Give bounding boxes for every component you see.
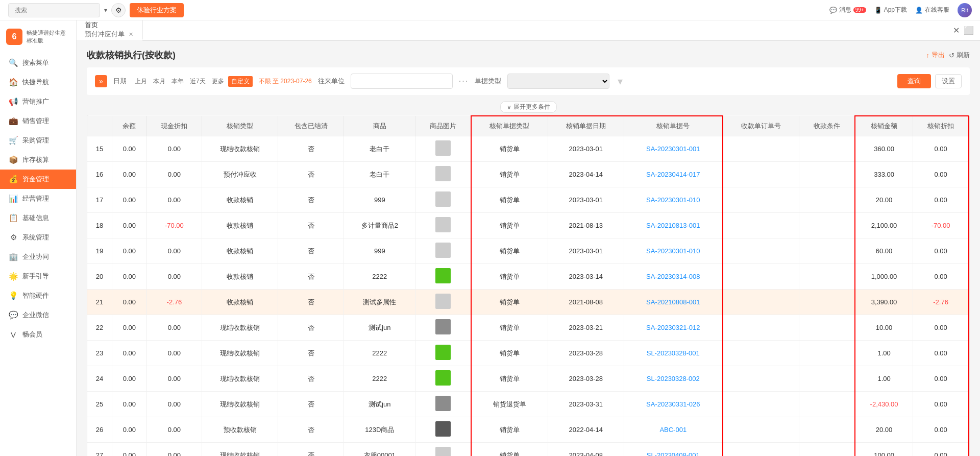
custom-date-button[interactable]: 自定义 — [228, 76, 253, 87]
app-download-button[interactable]: 📱 App下载 — [874, 6, 907, 14]
sidebar-item-sales[interactable]: 💼销售管理 — [0, 111, 76, 131]
filter-expand-button[interactable]: » — [95, 75, 107, 87]
voucher-link[interactable]: SA-20230314-008 — [646, 273, 700, 280]
sidebar-label-finance: 资金管理 — [22, 175, 49, 184]
cell-10-9[interactable]: SA-20230331-026 — [624, 392, 722, 417]
source-unit-input[interactable] — [351, 74, 453, 89]
main-content: 首页预付冲应付单✕收款核销执行✕ ✕ ⬜ 收款核销执行(按收款) ↑ 导出 ↺ … — [77, 20, 980, 456]
cell-12-0: 27 — [87, 443, 112, 457]
online-service-button[interactable]: 👤 在线客服 — [915, 6, 949, 14]
col-header-11: 收款条件 — [799, 116, 855, 136]
sidebar-item-quick[interactable]: 🏠快捷导航 — [0, 73, 76, 92]
search-button[interactable]: 查询 — [897, 74, 931, 88]
cell-5-5: 2222 — [344, 264, 415, 290]
sidebar-item-purchase[interactable]: 🛒采购管理 — [0, 131, 76, 150]
tab-home[interactable]: 首页 — [77, 20, 143, 30]
cell-2-3: 收款核销 — [202, 187, 278, 213]
sidebar-item-inventory[interactable]: 📦库存核算 — [0, 150, 76, 170]
voucher-link[interactable]: SA-20230301-001 — [646, 145, 700, 153]
voucher-link[interactable]: SL-20230328-001 — [647, 349, 700, 357]
dropdown-trigger[interactable]: ▾ — [104, 7, 107, 14]
sidebar-label-guide: 新手引导 — [22, 272, 49, 281]
voucher-link[interactable]: SA-20230414-017 — [646, 171, 700, 178]
sidebar-item-finance[interactable]: 💰资金管理 — [0, 170, 76, 189]
industry-solution-button[interactable]: 休验行业方案 — [130, 3, 184, 17]
cell-0-11 — [799, 136, 855, 162]
sidebar-item-search[interactable]: 🔍搜索菜单 — [0, 53, 76, 73]
hardware-icon: 💡 — [8, 291, 18, 300]
col-header-13: 核销折扣 — [913, 116, 969, 136]
sidebar-label-enterprise: 企业协同 — [22, 252, 49, 261]
cell-1-12: 333.00 — [855, 162, 913, 187]
cell-9-9[interactable]: SL-20230328-002 — [624, 366, 722, 392]
cell-4-9[interactable]: SA-20230301-010 — [624, 238, 722, 264]
logo-line1: 畅捷通谱好生意 — [27, 29, 66, 37]
cell-8-9[interactable]: SL-20230328-001 — [624, 341, 722, 366]
refresh-icon: ↺ — [949, 52, 954, 59]
cell-1-9[interactable]: SA-20230414-017 — [624, 162, 722, 187]
voucher-link[interactable]: SA-20230331-026 — [646, 400, 700, 408]
close-window-button[interactable]: ✕ — [953, 26, 960, 35]
sidebar-item-marketing[interactable]: 📢营销推广 — [0, 92, 76, 111]
sidebar-item-wechat[interactable]: 💬企业微信 — [0, 305, 76, 325]
cell-3-9[interactable]: SA-20210813-001 — [624, 213, 722, 238]
user-avatar[interactable]: Rit — [958, 3, 972, 17]
page-title: 收款核销执行(按收款) — [87, 49, 176, 61]
settings-button[interactable]: 设置 — [935, 74, 962, 88]
sidebar-item-system[interactable]: ⚙系统管理 — [0, 228, 76, 247]
cell-3-12: 2,100.00 — [855, 213, 913, 238]
tab-advance[interactable]: 预付冲应付单✕ — [77, 30, 143, 40]
cell-2-9[interactable]: SA-20230301-010 — [624, 187, 722, 213]
online-service-label: 在线客服 — [925, 6, 949, 14]
cell-7-6 — [415, 315, 471, 341]
refresh-button[interactable]: ↺ 刷新 — [949, 51, 970, 60]
cell-0-9[interactable]: SA-20230301-001 — [624, 136, 722, 162]
more-date-button[interactable]: 更多 — [210, 76, 226, 87]
gear-button[interactable]: ⚙ — [111, 3, 126, 17]
voucher-link[interactable]: SA-20230301-010 — [646, 247, 700, 255]
last-7days-button[interactable]: 近7天 — [188, 76, 208, 87]
cell-8-1: 0.00 — [112, 341, 147, 366]
cell-12-9[interactable]: SL-20230408-001 — [624, 443, 722, 457]
filter-row: » 日期 上月 本月 本年 近7天 更多 自定义 不限 至 2023-07-26… — [95, 74, 962, 89]
sidebar-item-enterprise[interactable]: 🏢企业协同 — [0, 247, 76, 267]
voucher-link[interactable]: SA-20230301-010 — [646, 196, 700, 204]
tab-close-advance[interactable]: ✕ — [128, 30, 134, 39]
last-month-button[interactable]: 上月 — [133, 76, 149, 87]
cell-11-11 — [799, 417, 855, 443]
cell-5-12: 1,000.00 — [855, 264, 913, 290]
sidebar-item-member[interactable]: V畅会员 — [0, 325, 76, 344]
main-layout: 6 畅捷通谱好生意 标准版 🔍搜索菜单🏠快捷导航📢营销推广💼销售管理🛒采购管理📦… — [0, 20, 980, 456]
message-button[interactable]: 💬 消息 99+ — [829, 6, 866, 14]
this-month-button[interactable]: 本月 — [151, 76, 167, 87]
cell-5-9[interactable]: SA-20230314-008 — [624, 264, 722, 290]
export-button[interactable]: ↑ 导出 — [926, 51, 945, 60]
cell-5-7: 销货单 — [471, 264, 548, 290]
voucher-type-select[interactable] — [507, 74, 609, 89]
cell-8-2: 0.00 — [146, 341, 202, 366]
cell-7-9[interactable]: SA-20230321-012 — [624, 315, 722, 341]
cell-2-1: 0.00 — [112, 187, 147, 213]
voucher-link[interactable]: SL-20230408-001 — [647, 451, 700, 456]
voucher-link[interactable]: SA-20210813-001 — [646, 222, 700, 229]
voucher-link[interactable]: SA-20210808-001 — [646, 298, 700, 306]
maximize-button[interactable]: ⬜ — [964, 26, 974, 35]
voucher-link[interactable]: SA-20230321-012 — [646, 324, 700, 331]
expand-more-button[interactable]: ∨ 展开更多条件 — [500, 101, 557, 113]
cell-6-6 — [415, 290, 471, 315]
voucher-link[interactable]: ABC-001 — [659, 426, 687, 434]
this-year-button[interactable]: 本年 — [169, 76, 186, 87]
cell-3-1: 0.00 — [112, 213, 147, 238]
sidebar-item-hardware[interactable]: 💡智能硬件 — [0, 286, 76, 305]
table-row: 190.000.00收款核销否999销货单2023-03-01SA-202303… — [87, 238, 969, 264]
cell-11-9[interactable]: ABC-001 — [624, 417, 722, 443]
cell-7-7: 销货单 — [471, 315, 548, 341]
cell-6-9[interactable]: SA-20210808-001 — [624, 290, 722, 315]
sidebar-item-business[interactable]: 📊经营管理 — [0, 189, 76, 208]
sidebar-item-guide[interactable]: 🌟新手引导 — [0, 267, 76, 286]
search-input[interactable] — [8, 3, 100, 17]
sidebar-item-basic[interactable]: 📋基础信息 — [0, 208, 76, 228]
logo-line2: 标准版 — [27, 37, 66, 44]
voucher-link[interactable]: SL-20230328-002 — [647, 375, 700, 382]
expand-more-row: ∨ 展开更多条件 — [87, 99, 970, 115]
